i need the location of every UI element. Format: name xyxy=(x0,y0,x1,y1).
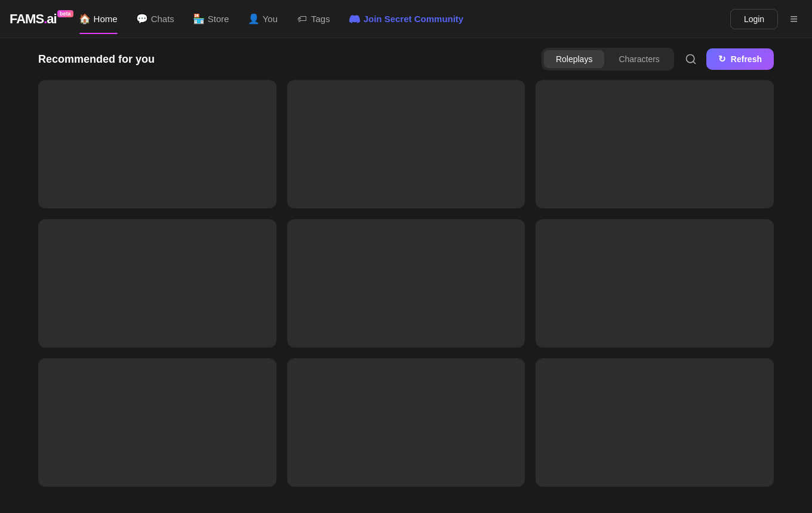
nav-label-tags: Tags xyxy=(311,14,330,24)
search-button[interactable] xyxy=(681,50,700,69)
nav-item-chats[interactable]: 💬 Chats xyxy=(128,9,183,29)
home-icon: 🏠 xyxy=(79,14,90,24)
tab-characters[interactable]: Characters xyxy=(607,50,671,68)
discord-icon xyxy=(349,14,360,24)
tab-roleplays[interactable]: Roleplays xyxy=(544,50,604,68)
chats-icon: 💬 xyxy=(137,14,147,24)
content-area xyxy=(0,80,812,511)
card-skeleton-6[interactable] xyxy=(536,219,774,348)
toolbar: Recommended for you Roleplays Characters… xyxy=(0,38,812,80)
navbar: FAMS.ai beta 🏠 Home 💬 Chats 🏪 Store 👤 Yo… xyxy=(0,0,812,38)
section-title: Recommended for you xyxy=(38,53,534,66)
card-skeleton-2[interactable] xyxy=(287,80,525,208)
svg-line-1 xyxy=(693,62,696,64)
card-skeleton-3[interactable] xyxy=(536,80,774,208)
nav-item-tags[interactable]: 🏷 Tags xyxy=(288,9,339,29)
you-icon: 👤 xyxy=(248,14,259,24)
nav-label-store: Store xyxy=(208,14,229,24)
logo[interactable]: FAMS.ai beta xyxy=(10,11,57,27)
nav-label-home: Home xyxy=(94,14,118,24)
refresh-label: Refresh xyxy=(731,54,762,64)
card-skeleton-4[interactable] xyxy=(38,219,276,348)
card-skeleton-5[interactable] xyxy=(287,219,525,348)
refresh-icon: ↻ xyxy=(718,54,726,64)
toolbar-right: ↻ Refresh xyxy=(681,48,774,70)
nav-item-home[interactable]: 🏠 Home xyxy=(71,9,126,29)
nav-label-you: You xyxy=(263,14,278,24)
filter-tabs: Roleplays Characters xyxy=(542,48,674,70)
nav-links: 🏠 Home 💬 Chats 🏪 Store 👤 You 🏷 Tags Join… xyxy=(71,9,725,29)
nav-label-discord: Join Secret Community xyxy=(364,14,464,24)
hamburger-menu-button[interactable]: ≡ xyxy=(785,10,802,28)
store-icon: 🏪 xyxy=(193,14,204,24)
logo-ai-text: ai xyxy=(47,11,56,26)
nav-right: Login ≡ xyxy=(730,9,802,29)
nav-item-store[interactable]: 🏪 Store xyxy=(185,9,238,29)
card-skeleton-9[interactable] xyxy=(536,358,774,487)
refresh-button[interactable]: ↻ Refresh xyxy=(706,48,774,70)
nav-item-discord[interactable]: Join Secret Community xyxy=(341,9,472,29)
cards-grid xyxy=(38,80,774,487)
logo-fams-text: FAMS xyxy=(10,11,44,26)
card-skeleton-7[interactable] xyxy=(38,358,276,487)
tags-icon: 🏷 xyxy=(297,14,307,24)
nav-label-chats: Chats xyxy=(151,14,174,24)
login-button[interactable]: Login xyxy=(730,9,778,29)
card-skeleton-1[interactable] xyxy=(38,80,276,208)
nav-item-you[interactable]: 👤 You xyxy=(240,9,286,29)
card-skeleton-8[interactable] xyxy=(287,358,525,487)
